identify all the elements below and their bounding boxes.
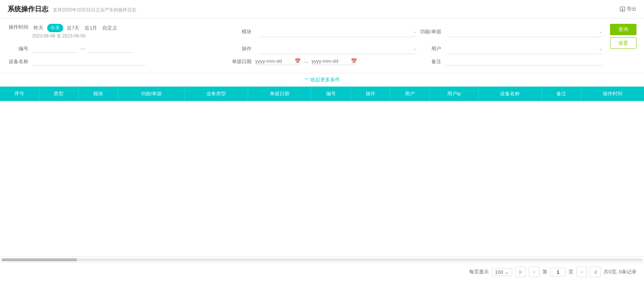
- number-end-input[interactable]: [88, 45, 134, 53]
- filter-row-3: 设备名称 单据日期 📅 — 📅: [8, 58, 602, 65]
- page-size-value: 100: [495, 269, 503, 275]
- number-label: 编号: [8, 45, 32, 52]
- col-module: 模块: [79, 87, 118, 101]
- operation-label: 操作: [231, 45, 255, 52]
- module-select-text: [258, 27, 413, 36]
- query-button[interactable]: 查询: [610, 24, 636, 35]
- module-select[interactable]: ⌄: [258, 26, 417, 37]
- pagination: 每页显示 100 ⌄ |‹ ‹ 第 页 › ›| 共0页, 0条记录: [0, 262, 644, 281]
- col-number: 编号: [311, 87, 351, 101]
- module-select-arrow: ⌄: [413, 29, 417, 34]
- page-size-arrow: ⌄: [505, 269, 509, 275]
- date-start-input[interactable]: [255, 58, 293, 64]
- page-number-input[interactable]: [550, 268, 565, 276]
- function-select-text: [448, 27, 599, 36]
- operation-select[interactable]: ⌄: [258, 43, 417, 54]
- number-filter-cell: 编号 —: [8, 45, 231, 53]
- empty-state: [0, 101, 644, 233]
- page-header: 系统操作日志 支持2020年10月31日之后产生的操作日志 导出: [0, 0, 644, 19]
- module-label: 模块: [231, 28, 255, 35]
- calendar-start-icon[interactable]: 📅: [295, 58, 301, 64]
- time-btn-1month[interactable]: 近1月: [83, 24, 99, 32]
- operation-filter-cell: 操作 ⌄: [231, 43, 417, 54]
- filter-main: 操作时间 昨天 今天 近7天 近1月 自定义 2023-06-06 至 2023…: [8, 24, 602, 69]
- date-dash: —: [304, 59, 309, 65]
- table-header: 序号 类型 模块 功能/单据 业务类型 单据日期 编号 操作 用户 用户ip 设…: [0, 87, 644, 101]
- time-options-wrapper: 昨天 今天 近7天 近1月 自定义 2023-06-06 至 2023-06-0…: [32, 24, 119, 39]
- scrollbar-track: [2, 258, 642, 261]
- table-header-row: 序号 类型 模块 功能/单据 业务类型 单据日期 编号 操作 用户 用户ip 设…: [0, 87, 644, 101]
- user-select-arrow: ⌄: [599, 46, 602, 51]
- page-subtitle: 支持2020年10月31日之后产生的操作日志: [53, 7, 136, 13]
- device-input[interactable]: [32, 58, 145, 65]
- filter-area: 操作时间 昨天 今天 近7天 近1月 自定义 2023-06-06 至 2023…: [0, 19, 644, 73]
- time-btn-custom[interactable]: 自定义: [101, 24, 119, 32]
- time-range-text: 2023-06-06 至 2023-06-06: [32, 33, 119, 39]
- remark-filter-cell: 备注: [417, 58, 602, 65]
- col-function: 功能/单据: [118, 87, 184, 101]
- col-user: 用户: [390, 87, 429, 101]
- header-left: 系统操作日志 支持2020年10月31日之后产生的操作日志: [8, 5, 136, 14]
- user-select[interactable]: ⌄: [448, 43, 602, 54]
- date-end-group: 📅: [312, 58, 357, 65]
- operation-select-text: [258, 44, 413, 53]
- page-prev-button[interactable]: ‹: [529, 267, 539, 277]
- filter-top-wrapper: 操作时间 昨天 今天 近7天 近1月 自定义 2023-06-06 至 2023…: [8, 24, 636, 69]
- user-filter-cell: 用户 ⌄: [417, 43, 602, 54]
- function-filter-cell: 功能/单据 ⌄: [417, 26, 602, 37]
- col-device: 设备名称: [478, 87, 542, 101]
- collapse-chevron-icon: 《: [303, 78, 310, 82]
- col-user-ip: 用户ip: [429, 87, 478, 101]
- page-next-button[interactable]: ›: [576, 267, 587, 277]
- time-label: 操作时间: [8, 24, 32, 31]
- page-unit: 页: [568, 269, 573, 275]
- col-op-time: 操作时间: [581, 87, 644, 101]
- collapse-button[interactable]: 《 收起更多条件: [304, 76, 340, 83]
- date-end-input[interactable]: [312, 58, 349, 64]
- col-operation: 操作: [351, 87, 390, 101]
- calendar-end-icon[interactable]: 📅: [351, 58, 357, 64]
- data-table: 序号 类型 模块 功能/单据 业务类型 单据日期 编号 操作 用户 用户ip 设…: [0, 87, 644, 101]
- operation-select-arrow: ⌄: [413, 46, 417, 51]
- function-label: 功能/单据: [417, 28, 445, 35]
- number-dash: —: [80, 46, 85, 51]
- filter-row-1: 操作时间 昨天 今天 近7天 近1月 自定义 2023-06-06 至 2023…: [8, 24, 602, 39]
- page-size-select[interactable]: 100 ⌄: [492, 268, 513, 276]
- page-first-button[interactable]: |‹: [515, 267, 526, 277]
- function-select-arrow: ⌄: [599, 29, 602, 34]
- page-last-button[interactable]: ›|: [590, 267, 601, 277]
- remark-input[interactable]: [445, 58, 602, 65]
- page-title: 系统操作日志: [8, 5, 48, 14]
- time-btn-yesterday[interactable]: 昨天: [32, 24, 45, 32]
- page-label: 第: [542, 269, 547, 275]
- col-biz-type: 业务类型: [185, 87, 248, 101]
- device-filter-cell: 设备名称: [8, 58, 231, 65]
- remark-label: 备注: [417, 58, 445, 65]
- function-select[interactable]: ⌄: [448, 26, 602, 37]
- filter-row-2: 编号 — 操作 ⌄ 用户: [8, 43, 602, 54]
- scrollbar-thumb[interactable]: [2, 258, 77, 261]
- page-size-label: 每页显示: [469, 269, 489, 275]
- page-wrapper: 系统操作日志 支持2020年10月31日之后产生的操作日志 导出 操作时间: [0, 0, 644, 281]
- table-section: 序号 类型 模块 功能/单据 业务类型 单据日期 编号 操作 用户 用户ip 设…: [0, 87, 644, 256]
- horizontal-scrollbar[interactable]: [0, 256, 644, 262]
- col-type: 类型: [39, 87, 78, 101]
- action-buttons: 查询 设置: [602, 24, 636, 49]
- user-select-text: [448, 44, 599, 53]
- settings-button[interactable]: 设置: [610, 37, 636, 49]
- col-date: 单据日期: [248, 87, 311, 101]
- export-label: 导出: [627, 6, 636, 12]
- time-buttons: 昨天 今天 近7天 近1月 自定义: [32, 24, 119, 32]
- number-start-input[interactable]: [32, 45, 77, 53]
- page-total: 共0页, 0条记录: [604, 269, 636, 275]
- user-label: 用户: [417, 45, 445, 52]
- time-btn-7days[interactable]: 近7天: [65, 24, 81, 32]
- collapse-label: 收起更多条件: [310, 76, 340, 83]
- date-start-group: 📅: [255, 58, 301, 65]
- time-btn-today[interactable]: 今天: [47, 24, 63, 32]
- export-button[interactable]: 导出: [620, 6, 636, 12]
- device-label: 设备名称: [8, 58, 32, 65]
- export-icon: [620, 6, 625, 12]
- date-label: 单据日期: [231, 58, 255, 65]
- col-remark: 备注: [542, 87, 581, 101]
